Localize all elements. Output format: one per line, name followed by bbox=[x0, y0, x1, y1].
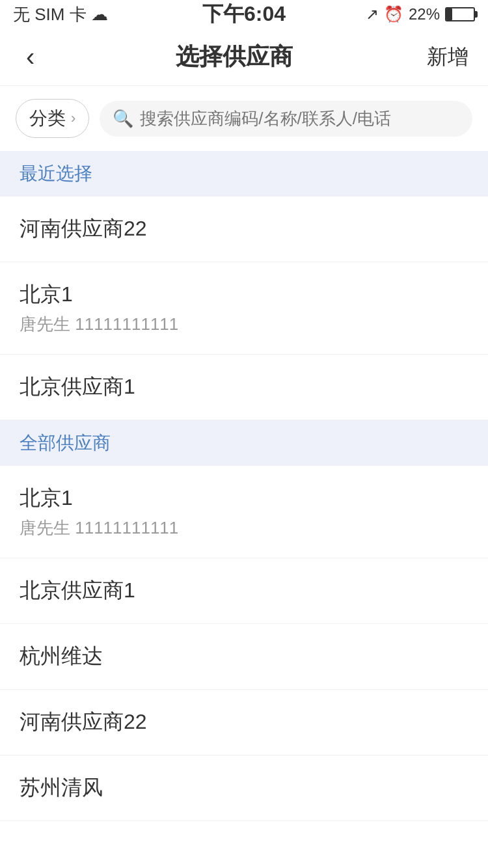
chevron-icon: › bbox=[71, 110, 75, 127]
direction-icon: ↗ bbox=[366, 5, 379, 23]
back-button[interactable]: ‹ bbox=[20, 36, 41, 78]
item-name: 河南供应商22 bbox=[20, 215, 468, 243]
page-title: 选择供应商 bbox=[176, 41, 293, 73]
item-name: 杭州维达 bbox=[20, 642, 468, 671]
item-name: 河南供应商22 bbox=[20, 708, 468, 737]
status-left: 无 SIM 卡 ☁ bbox=[13, 3, 108, 26]
status-right: ↗ ⏰ 22% bbox=[366, 5, 475, 23]
recent-list: 河南供应商22北京1唐先生 11111111111北京供应商1 bbox=[0, 197, 488, 420]
item-name: 北京1 bbox=[20, 280, 468, 309]
list-item[interactable]: 北京供应商1 bbox=[0, 355, 488, 420]
search-box[interactable]: 🔍 bbox=[100, 101, 472, 137]
search-icon: 🔍 bbox=[113, 109, 133, 129]
item-name: 北京供应商1 bbox=[20, 576, 468, 605]
category-label: 分类 bbox=[29, 106, 66, 131]
filter-bar: 分类 › 🔍 bbox=[0, 86, 488, 151]
list-item[interactable]: 北京1唐先生 11111111111 bbox=[0, 262, 488, 355]
battery-percent: 22% bbox=[409, 5, 440, 23]
list-item[interactable]: 河南供应商22 bbox=[0, 197, 488, 262]
category-filter[interactable]: 分类 › bbox=[16, 99, 89, 138]
status-time: 下午6:04 bbox=[202, 0, 286, 29]
item-name: 苏州清风 bbox=[20, 774, 468, 802]
sim-status: 无 SIM 卡 ☁ bbox=[13, 3, 108, 26]
item-detail: 唐先生 11111111111 bbox=[20, 517, 468, 539]
recent-section-header: 最近选择 bbox=[0, 151, 488, 197]
all-section-header: 全部供应商 bbox=[0, 420, 488, 466]
nav-bar: ‹ 选择供应商 新增 bbox=[0, 29, 488, 86]
list-item[interactable]: 北京供应商1 bbox=[0, 558, 488, 624]
battery-icon bbox=[445, 7, 475, 21]
item-name: 北京供应商1 bbox=[20, 373, 468, 401]
search-input[interactable] bbox=[140, 109, 459, 129]
item-detail: 唐先生 11111111111 bbox=[20, 313, 468, 336]
list-item[interactable]: 河南供应商22 bbox=[0, 690, 488, 755]
alarm-icon: ⏰ bbox=[384, 5, 403, 23]
status-bar: 无 SIM 卡 ☁ 下午6:04 ↗ ⏰ 22% bbox=[0, 0, 488, 29]
recent-section-label: 最近选择 bbox=[20, 163, 92, 183]
all-list: 北京1唐先生 11111111111北京供应商1杭州维达河南供应商22苏州清风 bbox=[0, 466, 488, 821]
all-section-label: 全部供应商 bbox=[20, 433, 111, 453]
item-name: 北京1 bbox=[20, 484, 468, 513]
list-item[interactable]: 北京1唐先生 11111111111 bbox=[0, 466, 488, 558]
add-button[interactable]: 新增 bbox=[427, 43, 468, 72]
list-item[interactable]: 杭州维达 bbox=[0, 624, 488, 690]
list-item[interactable]: 苏州清风 bbox=[0, 755, 488, 821]
